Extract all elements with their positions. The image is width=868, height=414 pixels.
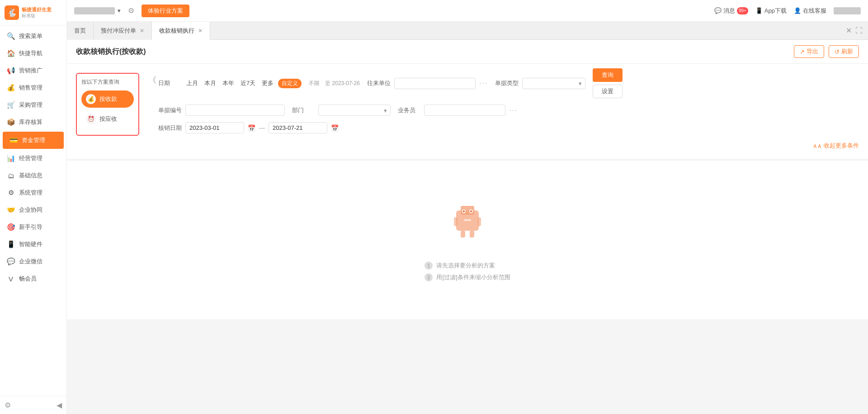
sidebar-item-enterprise[interactable]: 🤝企业协同 — [0, 201, 66, 219]
nav-icon-member: V — [6, 275, 15, 283]
doc-type-select[interactable] — [522, 78, 585, 89]
tab-home[interactable]: 首页 — [67, 22, 94, 40]
online-service-button[interactable]: 👤 在线客服 — [794, 7, 826, 15]
counterparty-dots-button[interactable]: ··· — [479, 79, 488, 87]
logo-sub: 标准版 — [22, 13, 52, 19]
app-icon: 📱 — [755, 7, 763, 14]
last-7days-shortcut[interactable]: 近7天 — [239, 78, 257, 88]
setting-button[interactable]: 设置 — [593, 85, 623, 98]
svg-rect-9 — [461, 231, 465, 238]
nav-icon-purchase: 🛒 — [6, 101, 15, 109]
page-header: 收款核销执行(按收款) ↗ 导出 ↺ 刷新 — [67, 40, 868, 64]
tab-advance-pay-label: 预付冲应付单 — [101, 27, 136, 35]
user-avatar[interactable] — [834, 7, 861, 14]
sidebar-bottom: ⚙ ◀ — [0, 396, 66, 414]
collapse-left-panel-button[interactable]: 《 — [146, 73, 158, 87]
tab-advance-pay[interactable]: 预付冲应付单 ✕ — [94, 22, 152, 40]
doc-type-field: 单据类型 — [495, 78, 585, 89]
date-field: 日期 上月 本月 本年 近7天 更多 自定义 — [158, 78, 302, 88]
dept-select-wrapper — [318, 105, 391, 116]
sidebar-item-guide[interactable]: 🎯新手引导 — [0, 219, 66, 236]
tip-2-num: 2 — [425, 273, 433, 281]
empty-state: 1 请先选择要分析的方案 2 用[过滤]条件来缩小分析范围 — [67, 161, 868, 319]
query-button[interactable]: 查询 — [593, 68, 623, 82]
nav-label-finance: 资金管理 — [22, 136, 45, 144]
empty-svg — [445, 197, 490, 242]
more-shortcut[interactable]: 更多 — [260, 78, 275, 88]
sidebar-item-system[interactable]: ⚙系统管理 — [0, 184, 66, 201]
tab-advance-pay-close-icon[interactable]: ✕ — [140, 28, 144, 34]
last-month-shortcut[interactable]: 上月 — [184, 78, 200, 88]
message-label: 消息 — [723, 7, 735, 15]
topbar-right: 💬 消息 99+ 📱 App下载 👤 在线客服 — [714, 7, 861, 15]
sidebar-item-finance[interactable]: 💳资金管理 — [3, 132, 64, 149]
svg-rect-7 — [454, 217, 458, 226]
filter-option-receivable[interactable]: ⏰ 按应收 — [81, 110, 134, 128]
nav-label-enterprise: 企业协同 — [19, 206, 42, 214]
tabbar: 首页 预付冲应付单 ✕ 收款核销执行 ✕ ✕ ⛶ — [67, 22, 868, 40]
receivable-option-icon: ⏰ — [86, 114, 96, 124]
nav-icon-inventory: 📦 — [6, 118, 15, 126]
doc-num-input[interactable] — [185, 105, 285, 116]
sidebar: 🐇 畅捷通好生意 标准版 🔍搜索菜单🏠快捷导航📢营销推广💰销售管理🛒采购管理📦库… — [0, 0, 67, 414]
company-dropdown-icon[interactable]: ▾ — [118, 7, 121, 14]
filter-row-3: 核销日期 📅 — 📅 — [158, 122, 859, 133]
filter-left-panel: 按以下方案查询 💰 按收款 ⏰ 按应收 — [76, 73, 139, 136]
export-button[interactable]: ↗ 导出 — [794, 45, 824, 58]
tab-receipt-verify-close-icon[interactable]: ✕ — [198, 28, 203, 34]
sidebar-item-purchase[interactable]: 🛒采购管理 — [0, 96, 66, 114]
verify-date-field: 核销日期 📅 — 📅 — [158, 122, 339, 133]
expand-tab-icon[interactable]: ⛶ — [855, 27, 863, 35]
verify-date-end-calendar-icon[interactable]: 📅 — [331, 124, 339, 132]
counterparty-input[interactable] — [394, 78, 476, 89]
sidebar-item-inventory[interactable]: 📦库存核算 — [0, 114, 66, 131]
staff-input[interactable] — [424, 105, 505, 116]
verify-date-start-calendar-icon[interactable]: 📅 — [248, 124, 255, 132]
sidebar-item-basic[interactable]: 🗂基础信息 — [0, 167, 66, 184]
empty-tip-2: 2 用[过滤]条件来缩小分析范围 — [425, 271, 510, 283]
sidebar-item-marketing[interactable]: 📢营销推广 — [0, 62, 66, 79]
verify-date-inputs: 📅 — 📅 — [185, 122, 339, 133]
sidebar-item-wechat[interactable]: 💬企业微信 — [0, 253, 66, 270]
nav-icon-system: ⚙ — [6, 189, 15, 197]
collapse-more-button[interactable]: ∧∧ 收起更多条件 — [158, 140, 859, 153]
verify-date-start-input[interactable] — [185, 122, 244, 133]
sidebar-item-member[interactable]: V畅会员 — [0, 270, 66, 287]
this-year-shortcut[interactable]: 本年 — [221, 78, 236, 88]
date-label: 日期 — [158, 79, 181, 87]
svg-rect-8 — [477, 217, 481, 226]
industry-solution-button[interactable]: 体验行业方案 — [142, 5, 189, 17]
verify-date-separator: — — [259, 124, 265, 131]
sidebar-item-sales[interactable]: 💰销售管理 — [0, 79, 66, 96]
close-tab-icon[interactable]: ✕ — [846, 26, 852, 35]
collapse-sidebar-icon[interactable]: ◀ — [57, 401, 62, 409]
company-selector[interactable]: ▾ — [74, 7, 121, 14]
nav-icon-guide: 🎯 — [6, 223, 15, 231]
settings-gear-icon[interactable]: ⚙ — [128, 6, 134, 15]
staff-field: 业务员 ··· — [398, 105, 518, 116]
verify-date-end-input[interactable] — [269, 122, 327, 133]
nav-label-basic: 基础信息 — [19, 171, 42, 180]
filter-option-receipt[interactable]: 💰 按收款 — [81, 90, 134, 108]
logo: 🐇 畅捷通好生意 标准版 — [0, 0, 66, 26]
export-label: 导出 — [807, 48, 818, 56]
staff-dots-button[interactable]: ··· — [509, 106, 518, 114]
app-download-button[interactable]: 📱 App下载 — [755, 7, 787, 15]
doc-type-label: 单据类型 — [495, 79, 519, 87]
this-month-shortcut[interactable]: 本月 — [203, 78, 218, 88]
custom-tag[interactable]: 自定义 — [278, 79, 302, 88]
nav-label-guide: 新手引导 — [19, 223, 42, 231]
sidebar-item-search-menu[interactable]: 🔍搜索菜单 — [0, 28, 66, 45]
logo-name: 畅捷通好生意 — [22, 6, 52, 13]
message-button[interactable]: 💬 消息 99+ — [714, 7, 748, 15]
tab-receipt-verify[interactable]: 收款核销执行 ✕ — [152, 22, 210, 40]
refresh-button[interactable]: ↺ 刷新 — [829, 45, 859, 58]
verify-date-label: 核销日期 — [158, 124, 182, 132]
settings-icon[interactable]: ⚙ — [5, 401, 11, 409]
sidebar-item-quick-nav[interactable]: 🏠快捷导航 — [0, 45, 66, 62]
sidebar-item-operation[interactable]: 📊经营管理 — [0, 150, 66, 167]
dept-select[interactable] — [318, 105, 391, 116]
sidebar-item-hardware[interactable]: 📱智能硬件 — [0, 236, 66, 253]
nav-icon-marketing: 📢 — [6, 67, 15, 75]
dept-label: 部门 — [292, 106, 315, 114]
